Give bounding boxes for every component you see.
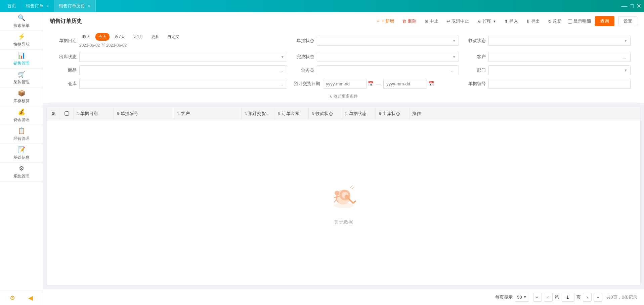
export-button[interactable]: ⬇ 导出 <box>524 17 542 26</box>
date-btn-more[interactable]: 更多 <box>148 33 162 41</box>
last-page-button[interactable]: » <box>594 293 602 302</box>
sidebar-item-inventory[interactable]: 📦 库存核算 <box>0 87 43 106</box>
svg-line-14 <box>352 187 354 189</box>
delete-button[interactable]: 🗑 删除 <box>400 17 419 26</box>
order-number-input[interactable] <box>488 79 631 89</box>
page-number-input[interactable] <box>561 293 574 302</box>
settings-button[interactable]: 设置 <box>618 16 637 26</box>
main-layout: 🔍 搜索菜单 ⚡ 快捷导航 📊 销售管理 🛒 采购管理 📦 库存核算 💰 资金管… <box>0 12 644 305</box>
page-size-label: 每页显示 <box>495 294 513 300</box>
stop-icon: ⊘ <box>425 19 428 24</box>
th-checkbox[interactable] <box>60 107 74 120</box>
inventory-icon: 📦 <box>18 89 25 97</box>
th-settings[interactable]: ⚙ <box>47 107 60 120</box>
purchase-icon: 🛒 <box>18 71 25 78</box>
sidebar-item-operations[interactable]: 📋 经营管理 <box>0 125 43 144</box>
out-status-label: 出库状态 <box>56 54 77 60</box>
th-date[interactable]: ⇅ 单据日期 <box>74 107 114 120</box>
filter-row-1: 单据日期 昨天 今天 近7天 近1月 更多 自定义 2023-06-02 至 2… <box>56 33 631 48</box>
warehouse-select[interactable]: ... <box>79 79 287 89</box>
tab-sales-order-history[interactable]: 销售订单历史 ✕ <box>54 0 96 12</box>
cancel-stop-button[interactable]: ↩ 取消中止 <box>444 17 471 26</box>
sidebar-item-quick-nav[interactable]: ⚡ 快捷导航 <box>0 31 43 50</box>
date-btn-yesterday[interactable]: 昨天 <box>79 33 93 41</box>
calendar-from-icon[interactable]: 📅 <box>368 81 374 86</box>
show-detail-checkbox[interactable]: 显示明细 <box>568 18 591 24</box>
sidebar-item-basic-info[interactable]: 📝 基础信息 <box>0 144 43 163</box>
date-btn-7days[interactable]: 近7天 <box>112 33 128 41</box>
customer-dots[interactable]: ... <box>621 54 628 60</box>
prev-page-button[interactable]: ‹ <box>544 293 553 302</box>
import-icon: ⬆ <box>504 19 508 24</box>
sidebar-settings-icon[interactable]: ⚙ <box>10 294 15 302</box>
first-page-button[interactable]: « <box>533 293 542 302</box>
page-size-dropdown[interactable]: 50 ▼ <box>515 293 529 302</box>
date-options: 昨天 今天 近7天 近1月 更多 自定义 2023-06-02 至 2023-0… <box>79 33 182 48</box>
export-icon: ⬇ <box>526 19 530 24</box>
collapse-row[interactable]: ∧ 收起更多条件 <box>56 92 631 99</box>
close-sales-order-tab[interactable]: ✕ <box>46 4 49 8</box>
date-btn-1month[interactable]: 近1月 <box>130 33 146 41</box>
delivery-date-to[interactable] <box>383 79 427 89</box>
page-label-after: 页 <box>576 294 581 300</box>
next-page-button[interactable]: › <box>583 293 592 302</box>
close-sales-order-history-tab[interactable]: ✕ <box>88 4 91 8</box>
warehouse-dots[interactable]: ... <box>278 81 284 86</box>
maximize-button[interactable]: □ <box>630 3 634 10</box>
close-window-button[interactable]: ✕ <box>636 2 641 10</box>
stop-button[interactable]: ⊘ 中止 <box>423 17 440 26</box>
sidebar-item-system[interactable]: ⚙ 系统管理 <box>0 163 43 182</box>
refresh-button[interactable]: ↻ 刷新 <box>546 17 564 26</box>
date-btn-custom[interactable]: 自定义 <box>164 33 182 41</box>
tab-sales-order[interactable]: 销售订单 ✕ <box>21 0 54 12</box>
show-detail-input[interactable] <box>568 19 572 24</box>
date-btn-today[interactable]: 今天 <box>95 33 110 41</box>
print-button[interactable]: 🖨 打印 ▼ <box>475 17 498 26</box>
cancel-stop-icon: ↩ <box>446 19 450 24</box>
bill-status-select[interactable]: ▼ <box>317 36 459 46</box>
delivery-date-inputs: 📅 — 📅 <box>323 79 459 89</box>
search-icon: 🔍 <box>18 14 25 22</box>
delivery-date-from[interactable] <box>323 79 367 89</box>
th-customer[interactable]: ⇅ 客户 <box>174 107 242 120</box>
th-number[interactable]: ⇅ 单据编号 <box>114 107 174 120</box>
product-dots[interactable]: ... <box>278 68 284 73</box>
out-status-select[interactable]: ▼ <box>79 52 287 62</box>
th-out[interactable]: ⇅ 出库状态 <box>376 107 410 120</box>
sort-date-icon: ⇅ <box>76 112 79 115</box>
order-number-label: 单据编号 <box>466 81 486 87</box>
svg-point-4 <box>345 195 349 199</box>
th-status[interactable]: ⇅ 单据状态 <box>342 107 376 120</box>
complete-status-select[interactable]: ▼ <box>317 52 459 62</box>
dept-filter: 部门 ▼ <box>466 65 631 75</box>
sidebar-item-sales[interactable]: 📊 销售管理 <box>0 50 43 69</box>
salesman-dots[interactable]: ... <box>449 68 456 73</box>
th-amount[interactable]: ⇅ 订单金额 <box>275 107 309 120</box>
calendar-to-icon[interactable]: 📅 <box>428 81 434 86</box>
date-range-display: 2023-06-02 至 2023-06-02 <box>79 43 182 48</box>
page-size-arrow: ▼ <box>523 295 527 299</box>
delivery-date-filter: 预计交货日期 📅 — 📅 <box>294 79 459 89</box>
sidebar-item-search[interactable]: 🔍 搜索菜单 <box>0 12 43 31</box>
dept-arrow: ▼ <box>624 68 628 72</box>
salesman-select[interactable]: ... <box>317 65 459 75</box>
product-select[interactable]: ... <box>79 65 287 75</box>
sidebar-item-finance[interactable]: 💰 资金管理 <box>0 106 43 125</box>
th-delivery[interactable]: ⇅ 预计交货... <box>242 107 275 120</box>
dept-select[interactable]: ▼ <box>488 65 631 75</box>
sidebar-collapse-icon[interactable]: ◀ <box>28 294 33 302</box>
select-all-checkbox[interactable] <box>65 111 69 116</box>
finance-icon: 💰 <box>18 108 25 116</box>
new-button[interactable]: ＋ + 新增 <box>374 17 396 26</box>
sidebar-item-purchase[interactable]: 🛒 采购管理 <box>0 69 43 87</box>
th-receipt[interactable]: ⇅ 收款状态 <box>309 107 342 120</box>
table-container: ⚙ ⇅ 单据日期 ⇅ 单据编号 ⇅ 客户 ⇅ <box>46 107 641 285</box>
tab-home[interactable]: 首页 <box>3 0 21 12</box>
query-button[interactable]: 查询 <box>595 16 614 26</box>
import-button[interactable]: ⬆ 导入 <box>502 17 520 26</box>
filter-row-4: 仓库 ... 预计交货日期 📅 — 📅 <box>56 79 631 89</box>
minimize-button[interactable]: — <box>621 3 627 10</box>
receipt-status-select[interactable]: ▼ <box>488 36 631 46</box>
customer-select[interactable]: ... <box>488 52 631 62</box>
sidebar: 🔍 搜索菜单 ⚡ 快捷导航 📊 销售管理 🛒 采购管理 📦 库存核算 💰 资金管… <box>0 12 43 305</box>
